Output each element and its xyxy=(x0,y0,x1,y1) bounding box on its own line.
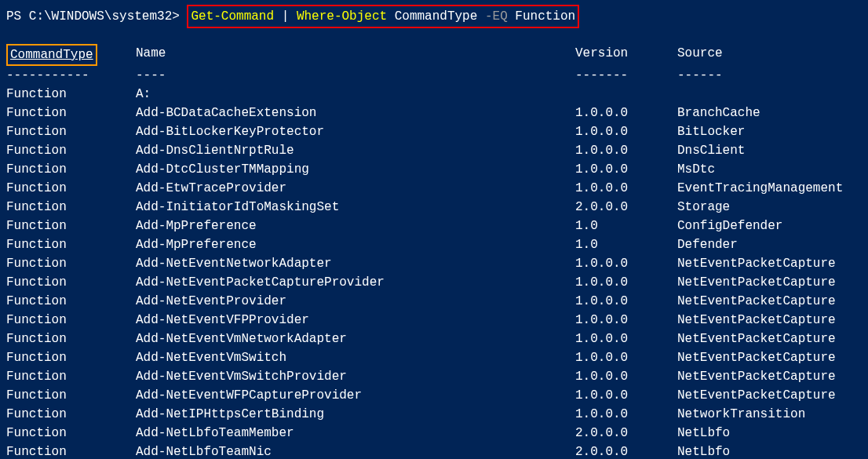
cell-commandtype: Function xyxy=(6,235,136,254)
cell-name: Add-NetLbfoTeamMember xyxy=(136,424,575,443)
cell-commandtype: Function xyxy=(6,254,136,273)
table-row: FunctionAdd-BCDataCacheExtension1.0.0.0B… xyxy=(6,104,862,122)
cell-version: 1.0.0.0 xyxy=(575,386,677,405)
cell-name: Add-NetEventVmSwitch xyxy=(136,348,575,367)
command-pipe: | xyxy=(274,9,297,24)
cell-name: Add-MpPreference xyxy=(136,235,575,254)
divider-name: ---- xyxy=(136,66,575,85)
cell-source: NetLbfo xyxy=(677,443,862,459)
cell-name: Add-NetLbfoTeamNic xyxy=(136,443,575,459)
divider-version: ------- xyxy=(575,66,677,85)
command-get-command: Get-Command xyxy=(191,9,274,24)
cell-name: Add-NetEventProvider xyxy=(136,292,575,311)
cell-commandtype: Function xyxy=(6,367,136,386)
table-row: FunctionAdd-NetEventPacketCaptureProvide… xyxy=(6,273,862,292)
header-name: Name xyxy=(136,44,575,66)
table-row: FunctionAdd-NetEventWFPCaptureProvider1.… xyxy=(6,386,862,405)
cell-source: Defender xyxy=(677,235,862,254)
cell-version: 2.0.0.0 xyxy=(575,443,677,459)
header-commandtype-cell: CommandType xyxy=(6,44,136,66)
output-dividers: ----------- ---- ------- ------ xyxy=(6,66,862,85)
table-row: FunctionAdd-MpPreference1.0ConfigDefende… xyxy=(6,217,862,235)
cell-commandtype: Function xyxy=(6,217,136,235)
cell-version: 1.0.0.0 xyxy=(575,367,677,386)
table-row: FunctionAdd-NetLbfoTeamMember2.0.0.0NetL… xyxy=(6,424,862,443)
cell-source: NetEventPacketCapture xyxy=(677,386,862,405)
cell-version: 1.0.0.0 xyxy=(575,179,677,198)
cell-source: EventTracingManagement xyxy=(677,179,862,198)
table-row: FunctionAdd-NetEventVFPProvider1.0.0.0Ne… xyxy=(6,311,862,330)
cell-name: Add-EtwTraceProvider xyxy=(136,179,575,198)
cell-source: NetEventPacketCapture xyxy=(677,311,862,330)
cell-commandtype: Function xyxy=(6,405,136,424)
cell-name: Add-NetEventVFPProvider xyxy=(136,311,575,330)
cell-name: Add-NetEventVmSwitchProvider xyxy=(136,367,575,386)
output-rows: FunctionA:FunctionAdd-BCDataCacheExtensi… xyxy=(6,85,862,459)
cell-version: 1.0.0.0 xyxy=(575,160,677,179)
cell-name: Add-NetEventPacketCaptureProvider xyxy=(136,273,575,292)
cell-source: BitLocker xyxy=(677,122,862,141)
table-row: FunctionAdd-NetEventVmNetworkAdapter1.0.… xyxy=(6,330,862,348)
cell-source: NetEventPacketCapture xyxy=(677,348,862,367)
cell-name: Add-DnsClientNrptRule xyxy=(136,141,575,160)
cell-commandtype: Function xyxy=(6,104,136,122)
cell-commandtype: Function xyxy=(6,198,136,217)
cell-source xyxy=(677,85,862,104)
cell-name: A: xyxy=(136,85,575,104)
cell-name: Add-DtcClusterTMMapping xyxy=(136,160,575,179)
cell-source: NetEventPacketCapture xyxy=(677,273,862,292)
table-row: FunctionAdd-DtcClusterTMMapping1.0.0.0Ms… xyxy=(6,160,862,179)
cell-version: 1.0 xyxy=(575,235,677,254)
cell-source: NetworkTransition xyxy=(677,405,862,424)
cell-source: NetEventPacketCapture xyxy=(677,367,862,386)
cell-commandtype: Function xyxy=(6,122,136,141)
divider-commandtype: ----------- xyxy=(6,66,136,85)
cell-name: Add-NetIPHttpsCertBinding xyxy=(136,405,575,424)
cell-version: 2.0.0.0 xyxy=(575,198,677,217)
cell-version: 1.0.0.0 xyxy=(575,273,677,292)
table-row: FunctionAdd-NetIPHttpsCertBinding1.0.0.0… xyxy=(6,405,862,424)
cell-name: Add-NetEventNetworkAdapter xyxy=(136,254,575,273)
divider-source: ------ xyxy=(677,66,862,85)
cell-source: ConfigDefender xyxy=(677,217,862,235)
cell-version: 1.0.0.0 xyxy=(575,311,677,330)
cell-version: 1.0.0.0 xyxy=(575,141,677,160)
table-row: FunctionAdd-NetEventVmSwitch1.0.0.0NetEv… xyxy=(6,348,862,367)
cell-commandtype: Function xyxy=(6,160,136,179)
cell-source: MsDtc xyxy=(677,160,862,179)
cell-source: NetEventPacketCapture xyxy=(677,330,862,348)
table-row: FunctionAdd-NetEventVmSwitchProvider1.0.… xyxy=(6,367,862,386)
cell-source: DnsClient xyxy=(677,141,862,160)
prompt-path: PS C:\WINDOWS\system32> xyxy=(6,9,187,24)
cell-commandtype: Function xyxy=(6,141,136,160)
table-row: FunctionA: xyxy=(6,85,862,104)
table-row: FunctionAdd-NetEventNetworkAdapter1.0.0.… xyxy=(6,254,862,273)
command-highlight-box: Get-Command | Where-Object CommandType -… xyxy=(187,5,579,28)
cell-name: Add-NetEventVmNetworkAdapter xyxy=(136,330,575,348)
cell-source: BranchCache xyxy=(677,104,862,122)
cell-version: 1.0.0.0 xyxy=(575,405,677,424)
cell-version: 1.0.0.0 xyxy=(575,254,677,273)
command-where-object: Where-Object xyxy=(297,9,387,24)
cell-source: Storage xyxy=(677,198,862,217)
command-operator-eq: -EQ xyxy=(485,9,508,24)
cell-version: 2.0.0.0 xyxy=(575,424,677,443)
cell-version: 1.0.0.0 xyxy=(575,348,677,367)
cell-name: Add-BCDataCacheExtension xyxy=(136,104,575,122)
cell-commandtype: Function xyxy=(6,386,136,405)
cell-commandtype: Function xyxy=(6,85,136,104)
cell-commandtype: Function xyxy=(6,424,136,443)
cell-commandtype: Function xyxy=(6,179,136,198)
cell-name: Add-NetEventWFPCaptureProvider xyxy=(136,386,575,405)
table-row: FunctionAdd-DnsClientNrptRule1.0.0.0DnsC… xyxy=(6,141,862,160)
header-version: Version xyxy=(575,44,677,66)
prompt-line: PS C:\WINDOWS\system32> Get-Command | Wh… xyxy=(6,5,862,28)
cell-version: 1.0.0.0 xyxy=(575,292,677,311)
cell-commandtype: Function xyxy=(6,311,136,330)
cell-name: Add-InitiatorIdToMaskingSet xyxy=(136,198,575,217)
cell-source: NetLbfo xyxy=(677,424,862,443)
cell-name: Add-BitLockerKeyProtector xyxy=(136,122,575,141)
cell-source: NetEventPacketCapture xyxy=(677,292,862,311)
cell-version: 1.0 xyxy=(575,217,677,235)
command-arg-function: Function xyxy=(508,9,575,24)
